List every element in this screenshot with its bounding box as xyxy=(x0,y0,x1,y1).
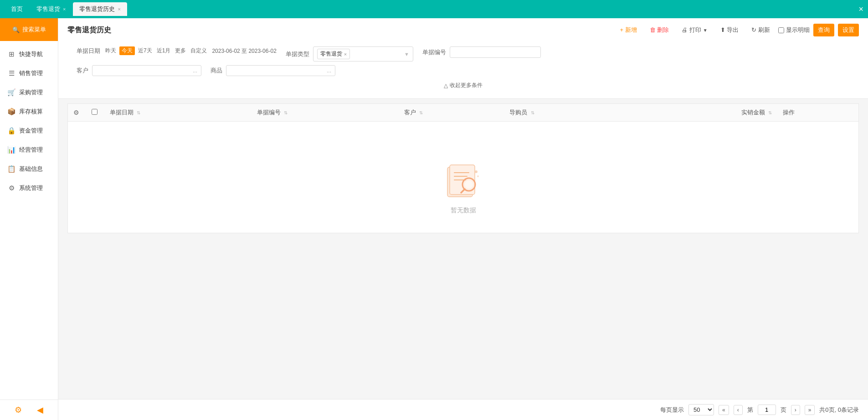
sidebar-item-sales-mgmt[interactable]: ☰ 销售管理 xyxy=(0,64,58,83)
page-number-input[interactable] xyxy=(758,405,776,415)
filter-row-2: 客户 ... 商品 ... xyxy=(77,65,850,76)
svg-point-9 xyxy=(477,175,479,177)
filter-bill-type-select[interactable]: 零售退货 × ▼ xyxy=(313,46,413,61)
th-bill-no[interactable]: 单据编号 ⇅ xyxy=(252,104,399,122)
filter-customer-input[interactable]: ... xyxy=(92,65,201,76)
nav-label-purchase-mgmt: 采购管理 xyxy=(19,88,43,97)
tab-retail-return-history[interactable]: 零售退货历史 × xyxy=(73,2,127,16)
table-head: ⚙ 单据日期 ⇅ 单据编号 ⇅ xyxy=(68,104,859,122)
sidebar-item-stock-check[interactable]: 📦 库存核算 xyxy=(0,102,58,121)
sidebar-item-sys-mgmt[interactable]: ⚙ 系统管理 xyxy=(0,179,58,198)
tab-retail-return[interactable]: 零售退货 × xyxy=(30,2,72,16)
nav-label-sys-mgmt: 系统管理 xyxy=(19,184,43,192)
page-size-select[interactable]: 50 20 100 200 xyxy=(688,404,714,415)
sidebar-item-quick-nav[interactable]: ⊞ 快捷导航 xyxy=(0,45,58,64)
add-button[interactable]: + 新增 xyxy=(615,24,641,36)
biz-mgmt-icon: 📊 xyxy=(7,146,15,154)
table-settings-icon[interactable]: ⚙ xyxy=(73,109,79,116)
tab-home[interactable]: 首页 xyxy=(5,2,29,16)
last-page-icon: » xyxy=(808,407,812,413)
th-settings[interactable]: ⚙ xyxy=(68,104,86,122)
toolbar: + 新增 🗑 删除 🖨 打印 ▼ ⬆ 导出 ↻ 刷新 xyxy=(615,24,859,36)
th-customer[interactable]: 客户 ⇅ xyxy=(399,104,504,122)
delete-button-label: 🗑 删除 xyxy=(650,26,669,34)
refresh-button[interactable]: ↻ 刷新 xyxy=(747,24,775,36)
query-button-label: 查询 xyxy=(818,26,830,34)
footer-collapse-icon[interactable]: ◀ xyxy=(37,405,43,415)
sys-mgmt-icon: ⚙ xyxy=(7,184,15,192)
sidebar-item-purchase-mgmt[interactable]: 🛒 采购管理 xyxy=(0,83,58,102)
filter-goods-group: 商品 ... xyxy=(211,65,335,76)
th-bill-date[interactable]: 单据日期 ⇅ xyxy=(104,104,252,122)
shortcut-today[interactable]: 今天 xyxy=(119,46,135,55)
window-close-btn[interactable]: × xyxy=(858,5,863,14)
export-button[interactable]: ⬆ 导出 xyxy=(716,24,744,36)
th-customer-label: 客户 xyxy=(404,109,416,116)
collapse-button[interactable]: △ 收起更多条件 xyxy=(439,80,487,91)
th-amount[interactable]: 实销金额 ⇅ xyxy=(630,104,777,122)
sidebar-item-finance-mgmt[interactable]: 🔒 资金管理 xyxy=(0,121,58,140)
sidebar: 🔍 搜索菜单 ⊞ 快捷导航 ☰ 销售管理 🛒 采购管理 📦 库存核算 🔒 xyxy=(0,18,58,420)
date-range-container: 2023-06-02 至 2023-06-02 xyxy=(212,46,276,55)
sort-bill-no-icon: ⇅ xyxy=(284,110,288,115)
next-page-btn[interactable]: › xyxy=(791,405,800,415)
filter-bill-no-label: 单据编号 xyxy=(422,48,446,56)
sort-guide-icon: ⇅ xyxy=(531,110,534,115)
settings-button[interactable]: 设置 xyxy=(838,24,859,36)
query-button[interactable]: 查询 xyxy=(813,24,834,36)
first-page-btn[interactable]: « xyxy=(719,405,729,415)
filter-date-label: 单据日期 xyxy=(77,47,100,55)
display-detail-checkbox[interactable] xyxy=(778,27,784,33)
display-detail-label: 显示明细 xyxy=(786,26,810,34)
prev-page-btn[interactable]: ‹ xyxy=(734,405,743,415)
page-unit-label: 页 xyxy=(781,406,786,414)
th-action: 操作 xyxy=(777,104,858,122)
tab-retail-return-close[interactable]: × xyxy=(63,6,66,12)
table-header-row: ⚙ 单据日期 ⇅ 单据编号 ⇅ xyxy=(68,104,859,122)
th-amount-label: 实销金额 xyxy=(741,109,765,116)
sidebar-footer: ⚙ ◀ xyxy=(0,400,58,420)
shortcut-last7[interactable]: 近7天 xyxy=(137,46,154,55)
print-button[interactable]: 🖨 打印 ▼ xyxy=(677,24,712,36)
filter-customer-group: 客户 ... xyxy=(77,65,201,76)
refresh-button-label: ↻ 刷新 xyxy=(751,26,770,34)
select-all-checkbox[interactable] xyxy=(92,109,98,115)
filter-goods-input[interactable]: ... xyxy=(226,65,335,76)
display-detail-check[interactable]: 显示明细 xyxy=(778,26,810,34)
last-page-btn[interactable]: » xyxy=(805,405,815,415)
empty-text: 暂无数据 xyxy=(451,206,476,215)
first-page-icon: « xyxy=(722,407,725,413)
prev-page-icon: ‹ xyxy=(737,407,739,413)
filter-bill-no-input[interactable] xyxy=(450,46,541,58)
shortcut-more[interactable]: 更多 xyxy=(174,46,187,55)
search-icon: 🔍 xyxy=(12,26,20,33)
filter-bill-no-group: 单据编号 xyxy=(422,46,541,58)
page-title: 零售退货历史 xyxy=(67,26,111,35)
shortcut-last-month[interactable]: 近1月 xyxy=(155,46,172,55)
top-bar: 首页 零售退货 × 零售退货历史 × × xyxy=(0,0,868,18)
bill-type-tag-close[interactable]: × xyxy=(344,51,347,57)
nav-label-stock-check: 库存核算 xyxy=(19,108,43,116)
nav-label-basic-info: 基础信息 xyxy=(19,165,43,173)
footer-settings-icon[interactable]: ⚙ xyxy=(15,405,22,415)
sidebar-item-biz-mgmt[interactable]: 📊 经营管理 xyxy=(0,140,58,159)
filter-area: 单据日期 昨天 今天 近7天 近1月 更多 自定义 2023-06-02 至 2… xyxy=(67,42,859,95)
shortcut-yesterday[interactable]: 昨天 xyxy=(104,46,118,55)
filter-bill-type-group: 单据类型 零售退货 × ▼ xyxy=(286,46,413,61)
svg-point-6 xyxy=(465,180,473,189)
table-area: ⚙ 单据日期 ⇅ 单据编号 ⇅ xyxy=(58,99,868,399)
date-shortcuts: 昨天 今天 近7天 近1月 更多 自定义 xyxy=(104,46,208,55)
print-dropdown-icon: ▼ xyxy=(703,28,708,33)
sidebar-item-basic-info[interactable]: 📋 基础信息 xyxy=(0,159,58,179)
sidebar-search[interactable]: 🔍 搜索菜单 xyxy=(0,18,58,41)
delete-button[interactable]: 🗑 删除 xyxy=(645,24,674,36)
export-button-label: ⬆ 导出 xyxy=(720,26,739,34)
tab-retail-return-history-close[interactable]: × xyxy=(118,6,120,12)
filter-row-1: 单据日期 昨天 今天 近7天 近1月 更多 自定义 2023-06-02 至 2… xyxy=(77,46,850,61)
empty-state-cell: 暂无数据 xyxy=(68,122,859,233)
print-button-label: 🖨 打印 xyxy=(682,26,701,34)
th-guide[interactable]: 导购员 ⇅ xyxy=(504,104,630,122)
filter-goods-label: 商品 xyxy=(211,67,222,75)
th-checkbox[interactable] xyxy=(86,104,104,122)
shortcut-custom[interactable]: 自定义 xyxy=(189,46,208,55)
